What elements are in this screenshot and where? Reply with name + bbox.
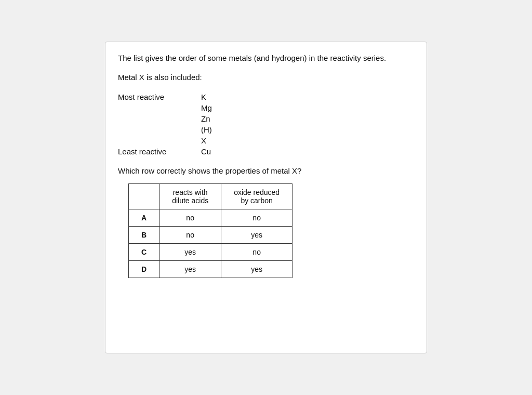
- most-reactive-row: Most reactive K: [118, 93, 414, 101]
- element-zn-row: Zn: [118, 114, 414, 123]
- row-b-col2: yes: [221, 227, 292, 244]
- row-b-col1: no: [159, 227, 221, 244]
- row-label-b: B: [129, 227, 159, 244]
- table-row: D yes yes: [129, 261, 292, 278]
- row-c-col2: no: [221, 244, 292, 261]
- most-reactive-label: Most reactive: [118, 93, 201, 101]
- least-reactive-label: Least reactive: [118, 147, 201, 156]
- table-row: B no yes: [129, 227, 292, 244]
- row-label-d: D: [129, 261, 159, 278]
- table-row: C yes no: [129, 244, 292, 261]
- element-zn: Zn: [201, 114, 210, 123]
- table-header-col1: reacts withdilute acids: [159, 184, 221, 209]
- row-d-col2: yes: [221, 261, 292, 278]
- table-header-empty: [129, 184, 159, 209]
- reactivity-section: Most reactive K Mg Zn (H) X Least reacti…: [118, 93, 414, 156]
- properties-table: reacts withdilute acids oxide reducedby …: [128, 183, 292, 278]
- row-label-c: C: [129, 244, 159, 261]
- element-k: K: [201, 93, 206, 101]
- metal-x-note: Metal X is also included:: [118, 72, 414, 84]
- table-row: A no no: [129, 209, 292, 227]
- table-header-row: reacts withdilute acids oxide reducedby …: [129, 184, 292, 209]
- element-mg: Mg: [201, 103, 212, 112]
- least-reactive-row: Least reactive Cu: [118, 147, 414, 156]
- element-cu: Cu: [201, 147, 211, 156]
- main-card: The list gives the order of some metals …: [105, 42, 427, 353]
- question-text: Which row correctly shows the properties…: [118, 166, 414, 175]
- intro-text: The list gives the order of some metals …: [118, 52, 414, 64]
- table-header-col2: oxide reducedby carbon: [221, 184, 292, 209]
- row-a-col2: no: [221, 209, 292, 227]
- row-label-a: A: [129, 209, 159, 227]
- row-a-col1: no: [159, 209, 221, 227]
- row-c-col1: yes: [159, 244, 221, 261]
- element-x: X: [201, 136, 206, 145]
- element-x-row: X: [118, 136, 414, 145]
- element-h-row: (H): [118, 125, 414, 134]
- element-mg-row: Mg: [118, 103, 414, 112]
- element-h: (H): [201, 125, 212, 134]
- row-d-col1: yes: [159, 261, 221, 278]
